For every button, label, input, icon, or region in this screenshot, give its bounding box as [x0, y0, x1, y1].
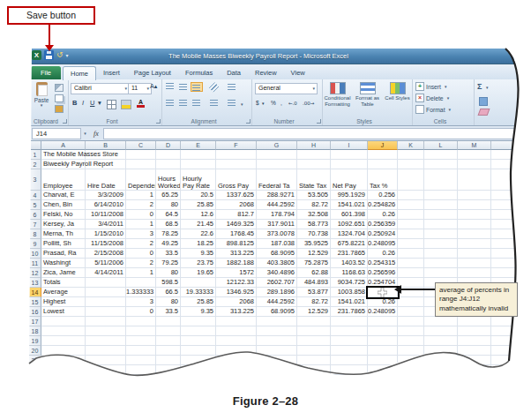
cell-H13[interactable]: 484.893	[297, 278, 331, 288]
cell-A8[interactable]: Merna, Th	[41, 229, 86, 239]
cell-G10[interactable]: 68.9095	[257, 249, 297, 259]
cell-C14[interactable]: 1.333333	[126, 288, 156, 297]
cell-D7[interactable]: 68.5	[156, 220, 181, 229]
cell-F15[interactable]: 2068	[216, 297, 257, 307]
cell-E2[interactable]	[181, 160, 216, 169]
cell-E3[interactable]: Hourly Pay Rate	[181, 169, 216, 191]
cell-A20[interactable]	[41, 346, 86, 356]
cell-B10[interactable]: 2/15/2008	[86, 249, 126, 259]
cell-K12[interactable]	[398, 268, 424, 278]
cell-B2[interactable]	[86, 160, 126, 169]
cell-A4[interactable]: Charvat, E	[41, 191, 86, 200]
cell-D9[interactable]: 49.25	[156, 239, 181, 249]
cell-I13[interactable]: 9034.725	[331, 278, 368, 288]
cell-B1[interactable]	[86, 150, 126, 160]
cell-C17[interactable]	[126, 317, 156, 326]
cell-G14[interactable]: 289.1896	[257, 288, 297, 297]
row-header-20[interactable]: 20	[29, 346, 41, 356]
cell-J16[interactable]: 0.248095	[368, 307, 398, 317]
cell-L2[interactable]	[424, 160, 458, 169]
cell-D20[interactable]	[156, 346, 181, 356]
file-tab[interactable]: File	[31, 66, 61, 79]
cell-I3[interactable]: Net Pay	[331, 169, 368, 191]
row-header-4[interactable]: 4	[29, 191, 41, 200]
format-painter-icon[interactable]	[55, 105, 64, 113]
column-header-F[interactable]: F	[216, 141, 257, 150]
cell-G12[interactable]: 340.4896	[257, 268, 297, 278]
row-header-12[interactable]: 12	[29, 268, 41, 278]
cell-G9[interactable]: 187.038	[257, 239, 297, 249]
cell-J9[interactable]: 0.248095	[368, 239, 398, 249]
cell-B22[interactable]	[86, 365, 126, 375]
cell-F10[interactable]: 313.225	[216, 249, 257, 259]
cell-C9[interactable]: 2	[126, 239, 156, 249]
cell-E1[interactable]	[181, 150, 216, 160]
cell-E7[interactable]: 21.45	[181, 220, 216, 229]
decrease-decimal-icon[interactable]: .00→	[303, 99, 314, 108]
cell-I14[interactable]: 1003.858	[331, 288, 368, 297]
cell-B5[interactable]: 6/14/2010	[86, 200, 126, 210]
cell-J13[interactable]: 0.254704	[368, 278, 398, 288]
row-header-5[interactable]: 5	[29, 200, 41, 210]
format-dropdown-icon[interactable]: ▾	[447, 105, 453, 114]
row-header-22[interactable]: 22	[29, 365, 41, 375]
row-header-9[interactable]: 9	[29, 239, 41, 249]
row-header-11[interactable]: 11	[29, 259, 41, 268]
cell-F21[interactable]	[216, 356, 257, 365]
cell-F1[interactable]	[216, 150, 257, 160]
column-header-B[interactable]: B	[86, 141, 126, 150]
grow-font-icon[interactable]: A▴	[150, 82, 157, 92]
cell-D1[interactable]	[156, 150, 181, 160]
cell-I18[interactable]	[331, 326, 368, 336]
cell-H4[interactable]: 53.505	[297, 191, 331, 200]
column-header-M[interactable]: M	[458, 141, 491, 150]
cell-I19[interactable]	[331, 336, 368, 346]
name-box-dropdown-icon[interactable]: ▾	[81, 128, 89, 139]
cell-H6[interactable]: 32.508	[297, 210, 331, 220]
italic-button[interactable]: I	[82, 98, 84, 108]
cell-E8[interactable]: 22.6	[181, 229, 216, 239]
cell-E13[interactable]	[181, 278, 216, 288]
cell-G19[interactable]	[257, 336, 297, 346]
cell-K2[interactable]	[398, 160, 424, 169]
cell-B14[interactable]	[86, 288, 126, 297]
cell-I21[interactable]	[331, 356, 368, 365]
cell-A5[interactable]: Chen, Bin	[41, 200, 86, 210]
row-header-3[interactable]: 3	[29, 169, 41, 191]
cell-I15[interactable]: 1541.021	[331, 297, 368, 307]
cell-H9[interactable]: 35.9525	[297, 239, 331, 249]
cell-B7[interactable]: 3/4/2011	[86, 220, 126, 229]
cell-F14[interactable]: 1346.925	[216, 288, 257, 297]
cell-H20[interactable]	[297, 346, 331, 356]
format-cells-button[interactable]: Format ▾	[415, 105, 452, 114]
cell-K13[interactable]	[398, 278, 424, 288]
cell-D14[interactable]: 66.5	[156, 288, 181, 297]
column-header-L[interactable]: L	[424, 141, 458, 150]
tab-home[interactable]: Home	[63, 66, 96, 80]
cell-E11[interactable]: 23.75	[181, 259, 216, 268]
increase-decimal-icon[interactable]: ←.0	[288, 99, 297, 108]
cell-H17[interactable]	[297, 317, 331, 326]
cell-C11[interactable]: 2	[126, 259, 156, 268]
cell-E15[interactable]: 25.85	[181, 297, 216, 307]
cell-C12[interactable]: 1	[126, 268, 156, 278]
cell-L9[interactable]	[424, 239, 458, 249]
cell-C20[interactable]	[126, 346, 156, 356]
cell-E9[interactable]: 18.25	[181, 239, 216, 249]
number-format-dropdown-icon[interactable]: ▾	[310, 84, 317, 94]
cell-A21[interactable]	[41, 356, 86, 365]
cell-F20[interactable]	[216, 346, 257, 356]
cell-A7[interactable]: Kersey, Ja	[41, 220, 86, 229]
cell-F11[interactable]: 1882.188	[216, 259, 257, 268]
cell-M8[interactable]	[458, 229, 491, 239]
cell-H3[interactable]: State Tax	[297, 169, 331, 191]
row-header-1[interactable]: 1	[29, 150, 41, 160]
column-header-G[interactable]: G	[257, 141, 297, 150]
select-all-corner[interactable]	[29, 141, 41, 150]
cell-G1[interactable]	[257, 150, 297, 160]
cell-E17[interactable]	[181, 317, 216, 326]
cell-K5[interactable]	[398, 200, 424, 210]
column-header-J[interactable]: J	[368, 141, 398, 150]
row-header-6[interactable]: 6	[29, 210, 41, 220]
cell-D12[interactable]: 80	[156, 268, 181, 278]
